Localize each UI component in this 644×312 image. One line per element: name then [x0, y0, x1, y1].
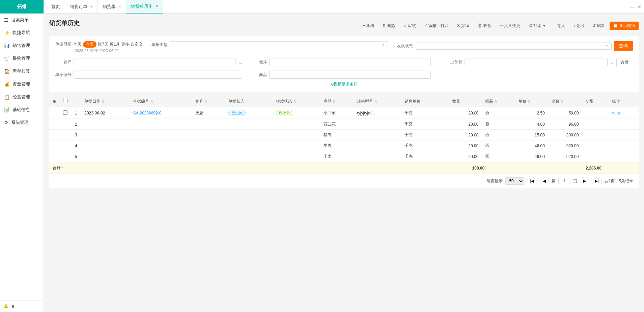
cell-transaction: [582, 130, 608, 140]
tab-sales-order[interactable]: 销售订单 ✕: [65, 0, 98, 14]
shortcut-custom[interactable]: 自定义: [131, 42, 143, 47]
sidebar-item-purchase-mgmt[interactable]: 🛒 采购管理: [0, 52, 44, 65]
sidebar-item-funds-mgmt[interactable]: 💰 资金管理: [0, 78, 44, 90]
show-detail-button[interactable]: 📋 显示明细: [610, 22, 639, 30]
cell-doc-no[interactable]: SA-20230602-0: [130, 107, 192, 119]
payment-status-select[interactable]: ▼: [415, 43, 612, 50]
window-close-icon[interactable]: ✕: [637, 4, 641, 9]
col-unit[interactable]: 销售单位 ⇅: [401, 96, 449, 107]
goods-dots[interactable]: ...: [434, 72, 438, 77]
warehouse-dots[interactable]: ...: [434, 60, 438, 64]
col-gift[interactable]: 赠品 ⇅: [482, 96, 515, 107]
sidebar-item-operations[interactable]: 📋 经营管理: [0, 90, 44, 103]
tab-sales-order-close[interactable]: ✕: [90, 5, 93, 8]
cell-qty: 20.00: [449, 130, 482, 140]
col-doc-no[interactable]: 单据编号 ⇅: [130, 96, 192, 107]
refresh-button[interactable]: ↺ 刷新: [589, 22, 608, 30]
cell-checkbox[interactable]: [60, 119, 71, 130]
cell-doc-no[interactable]: [130, 140, 192, 151]
abandon-button[interactable]: ✕ 弃审: [453, 22, 473, 30]
customer-input[interactable]: [74, 58, 235, 66]
col-date[interactable]: 单据日期 ⇅: [81, 96, 130, 107]
col-spec[interactable]: 规格型号 ⇅: [354, 96, 401, 107]
pause-icon[interactable]: ⏸: [11, 304, 15, 309]
next-page-button[interactable]: ▶: [580, 178, 589, 184]
add-button[interactable]: + 新增: [359, 22, 377, 30]
cell-gift: 否: [482, 119, 515, 130]
query-button[interactable]: 查询: [614, 41, 633, 51]
print-button[interactable]: 🖨 打印 ▼: [525, 22, 549, 30]
review-print-button[interactable]: ✓ 审核并打印: [421, 22, 452, 30]
goods-input[interactable]: [269, 71, 431, 79]
collapse-filter[interactable]: ∧ 收起更多条件: [55, 81, 633, 87]
col-unit-price[interactable]: 单价 ⇅: [515, 96, 548, 107]
col-customer[interactable]: 客户 ⇅: [192, 96, 225, 107]
sidebar-item-basic-info[interactable]: 📝 基础信息: [0, 103, 44, 116]
last-page-button[interactable]: ▶|: [592, 178, 602, 184]
delete-button[interactable]: 🗑 删除: [379, 22, 399, 30]
shortcut-today[interactable]: 今天: [83, 41, 96, 48]
shortcut-7days[interactable]: 近7天: [98, 42, 108, 47]
tab-home[interactable]: 首页: [47, 0, 65, 14]
select-all-checkbox[interactable]: [63, 99, 67, 103]
tab-sales-delivery-label: 销货单: [103, 4, 116, 10]
settings-button[interactable]: 设置: [616, 58, 633, 67]
col-goods[interactable]: 商品 ⇅: [320, 96, 354, 107]
col-doc-status[interactable]: 单据状态 ⇅: [225, 96, 273, 107]
first-page-button[interactable]: |◀: [527, 178, 537, 184]
salesperson-input[interactable]: [465, 58, 608, 66]
row-checkbox[interactable]: [63, 110, 67, 115]
per-page-select[interactable]: 50 100 200: [505, 177, 524, 185]
content-area: 销货单历史 + 新增 🗑 删除 ✓ 审核 ✓ 审核并打印: [44, 14, 644, 312]
tab-sales-history[interactable]: 销货单历史 ✕: [126, 0, 163, 14]
window-minimize-icon[interactable]: —: [630, 4, 635, 9]
customer-dots[interactable]: ...: [239, 60, 242, 64]
warehouse-input[interactable]: [269, 58, 431, 66]
salesperson-dots[interactable]: ...: [611, 60, 614, 64]
sidebar-item-quick-nav[interactable]: ⚡ 快捷导航: [0, 26, 44, 39]
col-transaction: 交货: [582, 96, 608, 107]
tab-sales-delivery[interactable]: 销货单 ✕: [98, 0, 126, 14]
sidebar-item-search-menu[interactable]: ☰ 搜索菜单: [0, 14, 44, 26]
doc-no-link[interactable]: SA-20230602-0: [133, 111, 161, 115]
tab-sales-history-close[interactable]: ✕: [156, 4, 158, 8]
total-info: 共1页，5条记录: [605, 178, 633, 184]
cell-checkbox[interactable]: [60, 151, 71, 162]
collect-button[interactable]: 💲 收款: [474, 22, 495, 30]
col-date-label: 单据日期: [84, 99, 101, 104]
col-goods-sort-icon: ⇅: [333, 100, 335, 103]
sidebar-item-label: 搜索菜单: [11, 17, 29, 23]
sidebar-item-inventory[interactable]: 🏠 库存核算: [0, 65, 44, 78]
col-settings[interactable]: ⚙: [49, 96, 60, 107]
search-menu-icon: ☰: [4, 17, 8, 23]
shortcut-yesterday[interactable]: 昨天: [74, 42, 82, 47]
cell-checkbox[interactable]: [60, 107, 71, 119]
page-number-input[interactable]: [558, 178, 570, 184]
tab-sales-delivery-close[interactable]: ✕: [118, 5, 121, 8]
cell-checkbox[interactable]: [60, 140, 71, 151]
notification-icon[interactable]: 🔔: [3, 304, 8, 309]
shortcut-1month[interactable]: 近1月: [110, 42, 120, 47]
export-button[interactable]: ↓ 导出: [570, 22, 588, 30]
doc-type-select[interactable]: ▼: [170, 41, 388, 48]
prev-page-button[interactable]: ◀: [540, 178, 549, 184]
title-toolbar-row: 销货单历史 + 新增 🗑 删除 ✓ 审核 ✓ 审核并打印: [49, 19, 639, 32]
cell-goods: 猪肉: [320, 130, 354, 140]
copy-action[interactable]: ⧉: [618, 111, 621, 115]
col-qty[interactable]: 数量 ⇅: [449, 96, 482, 107]
edit-action[interactable]: ✎: [612, 111, 615, 115]
batch-change-button[interactable]: ✏ 批量变更: [496, 22, 524, 30]
cell-doc-no[interactable]: [130, 151, 192, 162]
import-button[interactable]: ↑ 导入: [551, 22, 568, 30]
col-amount[interactable]: 金额 ⇅: [548, 96, 582, 107]
review-button[interactable]: ✓ 审核: [400, 22, 419, 30]
shortcut-more[interactable]: 更多: [121, 42, 129, 47]
cell-checkbox[interactable]: [60, 130, 71, 140]
cell-doc-no[interactable]: [130, 130, 192, 140]
col-checkbox-header[interactable]: [60, 96, 71, 107]
doc-no-input[interactable]: [74, 71, 242, 79]
sidebar-item-sys-mgmt[interactable]: ⚙ 系统管理: [0, 116, 44, 129]
col-payment-status[interactable]: 收款状态 ⇅: [273, 96, 320, 107]
sidebar-item-sales-mgmt[interactable]: 📊 销售管理: [0, 39, 44, 52]
cell-doc-no[interactable]: [130, 119, 192, 130]
